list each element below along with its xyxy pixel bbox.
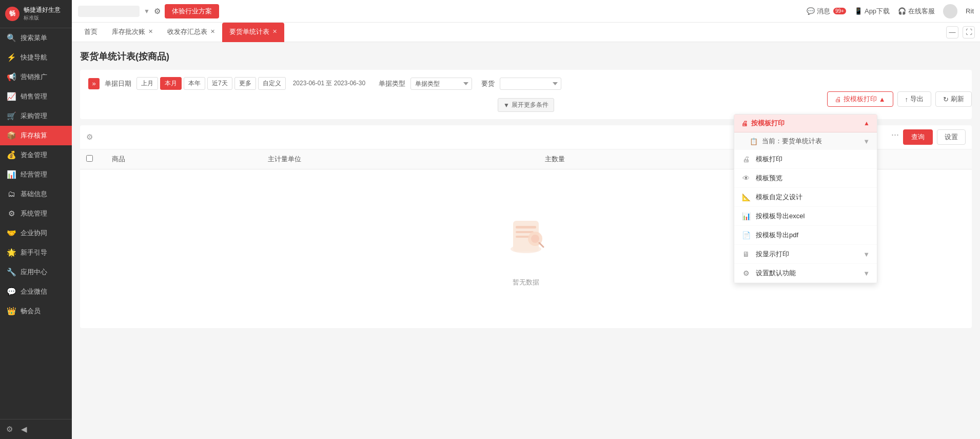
query-button[interactable]: 查询: [903, 129, 933, 145]
template-design-icon: 📐: [741, 193, 751, 201]
tab-bar: 首页 库存批次账 ✕ 收发存汇总表 ✕ 要货单统计表 ✕ — ⛶: [72, 23, 980, 42]
expand-more-btn[interactable]: ▼ 展开更多条件: [498, 98, 554, 112]
sidebar-item-wechat[interactable]: 💬 企业微信: [0, 282, 72, 301]
page-action-bar: 🖨 按模板打印 ▲ ↑ 导出 ↻ 刷新: [827, 91, 972, 107]
display-print-arrow: ▼: [863, 251, 870, 258]
sidebar-item-label: 系统管理: [21, 209, 47, 218]
sidebar-item-guide[interactable]: 🌟 新手引导: [0, 243, 72, 262]
megaphone-icon: 📢: [6, 72, 16, 82]
date-btn-custom[interactable]: 自定义: [258, 77, 286, 90]
sidebar-item-basic-info[interactable]: 🗂 基础信息: [0, 184, 72, 204]
tab-inventory-batch-close[interactable]: ✕: [148, 28, 153, 35]
sidebar-item-label: 应用中心: [21, 268, 47, 277]
sidebar-item-purchase[interactable]: 🛒 采购管理: [0, 106, 72, 126]
col-quantity: 主数量: [539, 149, 735, 169]
sidebar-item-member[interactable]: 👑 畅会员: [0, 301, 72, 321]
sidebar-item-label: 销售管理: [21, 92, 47, 101]
sidebar-scroll: 🔍 搜索菜单 ⚡ 快捷导航 📢 营销推广 📈 销售管理 🛒 采购管理 📦 库存核…: [0, 28, 72, 419]
date-btn-this-year[interactable]: 本年: [184, 77, 205, 90]
search-icon: 🔍: [6, 33, 16, 43]
set-default-item[interactable]: ⚙ 设置默认功能 ▼: [734, 264, 877, 283]
app-version: 标准版: [24, 14, 61, 22]
bill-type-select[interactable]: 单据类型: [410, 78, 472, 90]
template-preview-item[interactable]: 👁 模板预览: [734, 169, 877, 188]
online-service-button[interactable]: 🎧 在线客服: [898, 7, 935, 16]
print-dropdown-collapse-arrow[interactable]: ▲: [864, 120, 870, 127]
tab-inventory-batch[interactable]: 库存批次账 ✕: [105, 23, 160, 42]
sidebar: 畅 畅捷通好生意 标准版 🔍 搜索菜单 ⚡ 快捷导航 📢 营销推广 📈 销售管理…: [0, 0, 72, 439]
print-arrow-icon: ▲: [879, 96, 886, 103]
topbar-dropdown-arrow[interactable]: ▼: [144, 8, 150, 15]
goods-select[interactable]: [500, 78, 561, 90]
chart-up-icon: 📈: [6, 92, 16, 101]
template-custom-design-item[interactable]: 📐 模板自定义设计: [734, 188, 877, 207]
topbar: ▼ ⚙ 体验行业方案 💬 消息 99+ 📱 App下载 🎧 在线客服 Rit: [72, 0, 980, 23]
tab-actions: — ⛶: [946, 26, 975, 39]
filter-row: » 单据日期 上月 本月 本年 近7天 更多 自定义 2023-06-01 至 …: [88, 77, 964, 90]
app-download-label: App下载: [865, 7, 890, 16]
tab-summary-close[interactable]: ✕: [210, 28, 215, 35]
display-print-item[interactable]: 🖥 按显示打印 ▼: [734, 245, 877, 264]
select-all-checkbox[interactable]: [86, 155, 93, 162]
table-settings-icon[interactable]: ⚙: [86, 132, 93, 142]
username-label: Rit: [966, 7, 974, 15]
date-btn-this-month[interactable]: 本月: [160, 77, 182, 90]
headset-icon: 🎧: [898, 7, 906, 15]
sidebar-item-system[interactable]: ⚙ 系统管理: [0, 204, 72, 223]
display-print-icon: 🖥: [741, 250, 751, 258]
sidebar-item-finance[interactable]: 💰 资金管理: [0, 145, 72, 165]
sidebar-item-sales[interactable]: 📈 销售管理: [0, 87, 72, 106]
sidebar-bottom: ⚙ ◀: [0, 419, 72, 439]
sidebar-item-enterprise[interactable]: 🤝 企业协同: [0, 223, 72, 243]
message-button[interactable]: 💬 消息 99+: [807, 7, 846, 16]
export-btn[interactable]: ↑ 导出: [897, 91, 932, 107]
template-export-pdf-item[interactable]: 📄 按模板导出pdf: [734, 226, 877, 245]
tab-minimize-btn[interactable]: —: [946, 26, 958, 39]
print-template-btn[interactable]: 🖨 按模板打印 ▲: [827, 91, 893, 107]
sidebar-item-marketing[interactable]: 📢 营销推广: [0, 67, 72, 87]
date-buttons: 上月 本月 本年 近7天 更多 自定义: [136, 77, 286, 90]
refresh-icon: ↻: [943, 96, 949, 103]
tab-home[interactable]: 首页: [77, 23, 105, 42]
date-btn-more[interactable]: 更多: [234, 77, 256, 90]
template-preview-icon: 👁: [741, 174, 751, 182]
app-name: 畅捷通好生意: [24, 6, 61, 14]
chat-icon: 💬: [6, 287, 16, 296]
box-icon: 📦: [6, 131, 16, 140]
app-download-button[interactable]: 📱 App下载: [854, 7, 890, 16]
tab-summary[interactable]: 收发存汇总表 ✕: [160, 23, 222, 42]
topbar-gear-icon[interactable]: ⚙: [154, 7, 161, 16]
tab-expand-btn[interactable]: ⛶: [963, 26, 975, 39]
sidebar-item-label: 畅会员: [21, 307, 41, 316]
main-area: ▼ ⚙ 体验行业方案 💬 消息 99+ 📱 App下载 🎧 在线客服 Rit 首…: [72, 0, 980, 439]
phone-icon: 📱: [854, 7, 863, 15]
template-print-item[interactable]: 🖨 模板打印: [734, 150, 877, 169]
tab-order-stats[interactable]: 要货单统计表 ✕: [222, 23, 284, 42]
filter-expand-button[interactable]: »: [88, 78, 100, 89]
date-btn-last-month[interactable]: 上月: [136, 77, 158, 90]
settings-button[interactable]: 设置: [937, 129, 966, 145]
svg-rect-2: [516, 226, 536, 228]
template-export-excel-item[interactable]: 📊 按模板导出excel: [734, 207, 877, 226]
svg-point-6: [531, 235, 539, 243]
more-actions-icon[interactable]: ···: [891, 129, 899, 145]
settings-bottom-icon[interactable]: ⚙: [6, 425, 13, 434]
svg-line-7: [539, 243, 543, 247]
bar-chart-icon: 📊: [6, 170, 16, 179]
excel-export-icon: 📊: [741, 212, 751, 220]
topbar-search-input[interactable]: [78, 6, 140, 17]
user-avatar[interactable]: [943, 4, 957, 18]
sidebar-item-management[interactable]: 📊 经营管理: [0, 165, 72, 184]
collapse-icon[interactable]: ◀: [21, 425, 27, 434]
sidebar-item-quick-nav[interactable]: ⚡ 快捷导航: [0, 48, 72, 67]
money-icon: 💰: [6, 150, 16, 160]
sidebar-item-inventory[interactable]: 📦 库存核算: [0, 126, 72, 145]
current-template-item[interactable]: 📋 当前：要货单统计表 ▼: [734, 132, 877, 150]
tab-order-stats-label: 要货单统计表: [229, 27, 269, 36]
sidebar-item-apps[interactable]: 🔧 应用中心: [0, 262, 72, 282]
tab-order-stats-close[interactable]: ✕: [272, 28, 277, 35]
trial-button[interactable]: 体验行业方案: [165, 4, 219, 18]
date-btn-7days[interactable]: 近7天: [207, 77, 232, 90]
sidebar-item-search[interactable]: 🔍 搜索菜单: [0, 28, 72, 48]
refresh-btn[interactable]: ↻ 刷新: [935, 91, 972, 107]
